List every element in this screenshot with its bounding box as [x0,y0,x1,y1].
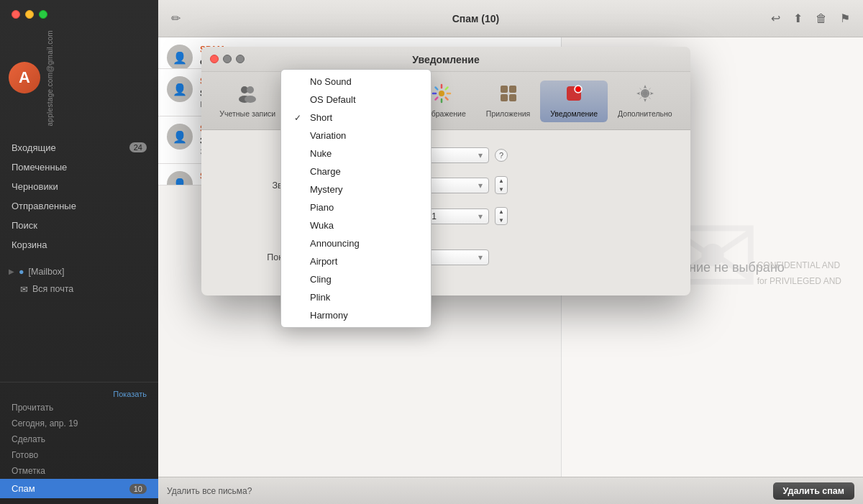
sidebar-item-today[interactable]: Сегодня, апр. 19 [0,416,158,431]
svg-rect-17 [501,86,508,93]
show-link[interactable]: Показать [113,390,147,398]
bottom-bar: Удалить все письма? Удалить спам [158,477,863,504]
prefs-title: Уведомление [412,54,479,65]
tab-advanced[interactable]: Дополнительно [608,81,682,122]
prefs-window: Уведомление Учетные записи Основные Сост… [201,47,690,295]
dropdown-item-charge[interactable]: Charge [281,162,431,180]
tab-apps-label: Приложения [486,109,530,118]
trash-icon[interactable]: 🗑 [813,9,830,28]
sidebar-item-spam[interactable]: Спам 10 [0,479,158,498]
svg-line-12 [436,88,438,90]
tab-apps[interactable]: Приложения [476,81,540,122]
accounts-icon [237,83,257,106]
svg-line-13 [446,98,448,100]
svg-rect-19 [509,86,516,93]
sidebar-item-todo[interactable]: Сделать [0,431,158,447]
prefs-toolbar: Учетные записи Основные Составление [201,72,690,130]
svg-line-14 [446,88,448,90]
sidebar-item-search[interactable]: Поиск [0,216,158,235]
stepper-up-icon[interactable]: ▲ [496,208,507,216]
minimize-button[interactable] [25,10,34,19]
chevron-down-icon: ▾ [478,150,483,160]
help-button[interactable]: ? [495,149,508,162]
sound-stepper[interactable]: ▲ ▼ [495,176,508,194]
dropdown-item-harmony[interactable]: Harmony [281,306,431,324]
tab-advanced-label: Дополнительно [618,109,672,118]
sidebar-item-inbox[interactable]: Входящие 24 [0,138,158,157]
dropdown-item-nuke[interactable]: Nuke [281,145,431,162]
sidebar-mailboxes: ▶ ● [Mailbox] ✉ Вся почта [0,263,158,298]
chevron-down-icon: ▾ [478,252,483,262]
chevron-right-icon: ▶ [9,267,14,275]
sidebar: A applestage.com@gmail.com Входящие 24 П… [0,0,158,504]
svg-rect-18 [501,94,508,101]
svg-point-3 [245,96,256,103]
close-button[interactable] [12,10,20,19]
maximize-button[interactable] [39,10,47,19]
dropdown-item-mystery[interactable]: Mystery [281,180,431,198]
sidebar-item-mark[interactable]: Отметка [0,463,158,479]
prefs-titlebar: Уведомление [201,47,690,72]
notifications-icon [564,83,584,106]
flag-icon[interactable]: ⚑ [837,9,853,28]
avatar: A [9,62,40,93]
sidebar-item-read[interactable]: Прочитать [0,400,158,416]
toolbar-left: ✏ [168,9,183,28]
dropdown-item-wuka[interactable]: Wuka [281,216,431,234]
compose-icon[interactable]: ✏ [168,9,183,28]
dropdown-item-airport[interactable]: Airport [281,252,431,270]
sidebar-bottom: Показать Прочитать Сегодня, апр. 19 Сдел… [0,382,158,504]
svg-rect-20 [509,94,516,101]
prefs-traffic-lights [210,55,245,63]
show-row: Показать [0,388,158,400]
prefs-close-button[interactable] [210,55,219,63]
sound-dropdown: No Sound OS Default ✓ Short Variation Nu… [280,69,432,328]
dropdown-item-variation[interactable]: Variation [281,127,431,145]
msg-avatar: 👤 [167,124,193,150]
toolbar-right: ↩ ⬆ 🗑 ⚑ [768,9,853,28]
toolbar: ✏ Спам (10) ↩ ⬆ 🗑 ⚑ [158,0,863,37]
sidebar-item-all-mail[interactable]: ✉ Вся почта [0,280,158,298]
stepper-down-icon[interactable]: ▼ [496,216,507,225]
dropdown-item-plink[interactable]: Plink [281,288,431,306]
msg-avatar: 👤 [167,171,193,185]
dropdown-item-no-sound[interactable]: No Sound [281,73,431,91]
dropdown-item-announcing[interactable]: Announcing [281,234,431,252]
svg-point-16 [439,91,444,96]
prefs-maximize-button[interactable] [236,55,245,63]
stepper-down-icon[interactable]: ▼ [496,185,507,194]
archive-icon[interactable]: ⬆ [790,9,805,28]
tab-accounts[interactable]: Учетные записи [209,81,286,122]
reply-icon[interactable]: ↩ [768,9,783,28]
tab-accounts-label: Учетные записи [219,109,275,118]
menu-stepper[interactable]: ▲ ▼ [495,207,508,225]
sidebar-item-sent[interactable]: Отправленные [0,196,158,216]
prefs-content: Уведомление: Баннеры ▾ ? Звук для оповещ… [201,130,690,295]
prefs-minimize-button[interactable] [223,55,232,63]
dropdown-item-piano[interactable]: Piano [281,198,431,216]
msg-avatar: 👤 [167,45,193,69]
sidebar-item-flagged[interactable]: Помеченные [0,157,158,177]
msg-avatar: 👤 [167,76,193,102]
toolbar-title: Спам (10) [183,13,768,24]
svg-point-24 [642,91,648,96]
sidebar-email: applestage.com@gmail.com [46,30,54,127]
sidebar-item-mailbox[interactable]: ▶ ● [Mailbox] [0,263,158,280]
sidebar-nav: Входящие 24 Помеченные Черновики Отправл… [0,135,158,257]
chevron-down-icon: ▾ [478,211,483,221]
dropdown-item-cling[interactable]: Cling [281,270,431,288]
sidebar-avatar-section: A applestage.com@gmail.com [0,26,158,135]
svg-point-1 [247,86,254,93]
tab-notifications-label: Уведомление [550,109,598,118]
delete-spam-button[interactable]: Удалить спам [773,482,854,500]
sidebar-item-trash[interactable]: Корзина [0,235,158,255]
svg-line-15 [436,98,438,100]
dropdown-item-os-default[interactable]: OS Default [281,91,431,109]
sidebar-item-drafts[interactable]: Черновики [0,177,158,196]
sidebar-item-done[interactable]: Готово [0,447,158,463]
stepper-up-icon[interactable]: ▲ [496,177,507,185]
tab-notifications[interactable]: Уведомление [540,81,608,122]
chevron-down-icon: ▾ [478,180,483,191]
svg-point-23 [576,87,580,91]
dropdown-item-short[interactable]: ✓ Short [281,109,431,127]
